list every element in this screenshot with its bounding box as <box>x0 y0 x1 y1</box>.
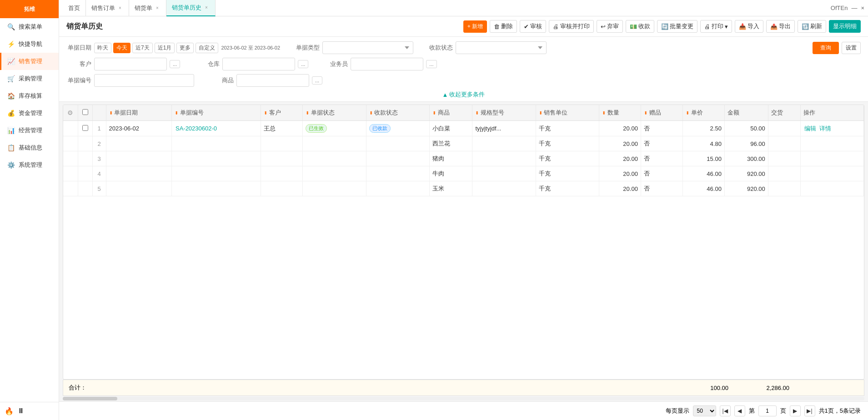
th-unit[interactable]: ⬍ 销售单位 <box>536 105 599 121</box>
fire-icon[interactable]: 🔥 <box>5 407 14 415</box>
th-settings[interactable]: ⚙ <box>63 105 78 121</box>
date-btn-7days[interactable]: 近7天 <box>132 43 153 53</box>
table-row: 1 2023-06-02 SA-20230602-0 王总 已生效 已收款 小白… <box>63 121 864 136</box>
page-input[interactable] <box>758 405 777 416</box>
last-page-btn[interactable]: ▶| <box>804 405 815 416</box>
query-button[interactable]: 查询 <box>813 42 839 54</box>
th-doc-status[interactable]: ⬍ 单据状态 <box>303 105 366 121</box>
export-button[interactable]: 📤 导出 <box>766 20 795 33</box>
delete-button[interactable]: 🗑 删除 <box>490 20 517 33</box>
tab-sales-history[interactable]: 销货单历史 × <box>166 0 216 16</box>
collect-button[interactable]: 💵 收款 <box>626 20 654 33</box>
date-btn-custom[interactable]: 自定义 <box>196 43 218 53</box>
refresh-button[interactable]: 🔃 刷新 <box>798 20 826 33</box>
date-btn-more[interactable]: 更多 <box>176 43 194 53</box>
quicknav-icon: ⚡ <box>7 40 15 48</box>
th-customer[interactable]: ⬍ 客户 <box>261 105 303 121</box>
pause-icon[interactable]: ⏸ <box>17 407 25 415</box>
filter-goods: 商品 ... <box>209 74 322 87</box>
window-minimize[interactable]: — <box>851 5 857 11</box>
warehouse-ellipsis[interactable]: ... <box>298 60 308 68</box>
sidebar-item-search[interactable]: 🔍 搜索菜单 <box>0 18 59 35</box>
first-page-btn[interactable]: |◀ <box>720 405 731 416</box>
tab-sales-order-close[interactable]: × <box>117 5 123 11</box>
date-range-btns: 昨天 今天 近7天 近1月 更多 自定义 <box>94 43 218 53</box>
date-btn-today[interactable]: 今天 <box>113 43 130 53</box>
td-gift: 否 <box>641 181 682 196</box>
page-header: 销货单历史 + 新增 🗑 删除 ✔ 审核 🖨 审核并打印 ↩ 弃审 <box>59 16 868 37</box>
docno-link[interactable]: SA-20230602-0 <box>176 125 217 132</box>
sidebar-item-inventory[interactable]: 🏠 库存核算 <box>0 87 59 105</box>
sidebar-item-system[interactable]: ⚙️ 系统管理 <box>0 156 59 174</box>
sidebar-item-quicknav[interactable]: ⚡ 快捷导航 <box>0 35 59 53</box>
page-label: 第 <box>749 407 755 415</box>
action-编辑[interactable]: 编辑 <box>804 125 816 132</box>
date-btn-1month[interactable]: 近1月 <box>155 43 175 53</box>
batch-change-button[interactable]: 🔄 批量变更 <box>657 20 697 33</box>
collect-icon: 💵 <box>630 23 637 30</box>
settings-button[interactable]: 设置 <box>842 42 861 54</box>
td-date: 2023-06-02 <box>106 121 171 136</box>
show-detail-button[interactable]: 显示明细 <box>829 20 861 33</box>
td-settings <box>63 166 78 181</box>
tab-home[interactable]: 首页 <box>63 0 86 16</box>
goods-input[interactable] <box>236 74 309 87</box>
abandon-button[interactable]: ↩ 弃审 <box>597 20 623 33</box>
total-pages-label: 共1页，5条记录 <box>819 407 861 415</box>
sort-spec-icon: ⬍ <box>475 110 479 115</box>
sidebar-item-sales[interactable]: 📈 销售管理 <box>0 53 59 70</box>
sidebar-item-purchase[interactable]: 🛒 采购管理 <box>0 70 59 87</box>
td-checkbox <box>78 121 92 136</box>
tab-sales-delivery[interactable]: 销货单 × <box>129 0 166 16</box>
next-page-btn[interactable]: ▶ <box>790 405 801 416</box>
print-button[interactable]: 🖨 打印 ▾ <box>700 20 732 33</box>
collect-status-select[interactable] <box>456 41 547 54</box>
audit-button[interactable]: ✔ 审核 <box>520 20 546 33</box>
action-详情[interactable]: 详情 <box>819 125 831 132</box>
th-date[interactable]: ⬍ 单据日期 <box>106 105 171 121</box>
th-gift[interactable]: ⬍ 赠品 <box>641 105 682 121</box>
salesperson-input[interactable] <box>351 58 423 70</box>
customer-input[interactable] <box>94 58 167 70</box>
window-close[interactable]: × <box>861 5 864 11</box>
table-settings-icon[interactable]: ⚙ <box>67 109 73 116</box>
doc-type-select[interactable] <box>322 41 413 54</box>
table-scroll[interactable]: ⚙ ⬍ 单据日期 ⬍ 单据编 <box>63 105 864 379</box>
salesperson-ellipsis[interactable]: ... <box>426 60 437 68</box>
goods-ellipsis[interactable]: ... <box>312 76 322 85</box>
horizontal-scrollbar[interactable] <box>63 397 864 400</box>
per-page-select[interactable]: 50 100 <box>693 405 716 416</box>
new-button[interactable]: + 新增 <box>463 20 487 33</box>
th-qty[interactable]: ⬍ 数量 <box>599 105 641 121</box>
delete-icon: 🗑 <box>494 23 500 30</box>
import-button[interactable]: 📥 导入 <box>735 20 763 33</box>
audit-print-button[interactable]: 🖨 审核并打印 <box>549 20 594 33</box>
collapse-btn[interactable]: ▲ 收起更多条件 <box>66 90 861 99</box>
sidebar-item-finance[interactable]: 💰 资金管理 <box>0 105 59 122</box>
th-goods[interactable]: ⬍ 商品 <box>429 105 472 121</box>
tab-sales-order[interactable]: 销售订单 × <box>86 0 129 16</box>
row-checkbox[interactable] <box>82 125 88 131</box>
sort-unit-icon: ⬍ <box>539 110 542 115</box>
td-unit: 千克 <box>536 181 599 196</box>
date-btn-yesterday[interactable]: 昨天 <box>94 43 111 53</box>
tab-sales-history-close[interactable]: × <box>203 5 210 11</box>
th-docno[interactable]: ⬍ 单据编号 <box>171 105 261 121</box>
sidebar-item-label: 快捷导航 <box>19 40 42 48</box>
prev-page-btn[interactable]: ◀ <box>734 405 745 416</box>
td-customer: 王总 <box>261 121 303 136</box>
scrollbar-thumb[interactable] <box>63 397 117 400</box>
warehouse-input[interactable] <box>222 58 295 70</box>
th-spec[interactable]: ⬍ 规格型号 <box>472 105 536 121</box>
sidebar-item-label: 搜索菜单 <box>19 23 42 31</box>
customer-ellipsis[interactable]: ... <box>170 60 180 68</box>
sidebar-item-info[interactable]: 📋 基础信息 <box>0 139 59 156</box>
docno-input[interactable] <box>94 74 194 87</box>
tab-sales-delivery-close[interactable]: × <box>154 5 161 11</box>
td-docno <box>171 181 261 196</box>
select-all-checkbox[interactable] <box>82 109 88 115</box>
td-doc-status <box>303 151 366 166</box>
sidebar-item-operations[interactable]: 📊 经营管理 <box>0 122 59 139</box>
th-price[interactable]: ⬍ 单价 <box>682 105 724 121</box>
th-collect-status[interactable]: ⬍ 收款状态 <box>366 105 429 121</box>
